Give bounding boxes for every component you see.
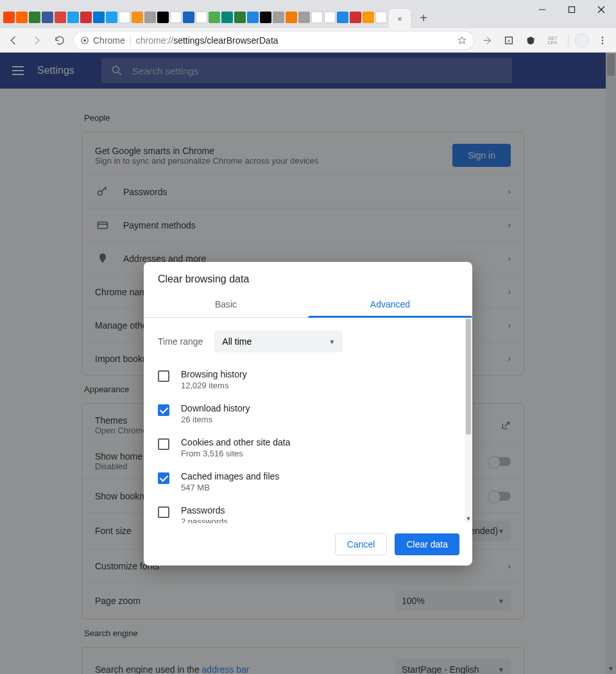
browser-toolbar: Chrome chrome://settings/clearBrowserDat… xyxy=(0,28,616,53)
tab-favicon[interactable] xyxy=(286,12,297,23)
select-value: All time xyxy=(222,336,252,347)
forward-button[interactable] xyxy=(27,31,46,50)
tab-favicon[interactable] xyxy=(157,12,169,23)
cancel-button[interactable]: Cancel xyxy=(335,533,388,555)
bookmark-star-icon[interactable] xyxy=(457,35,467,46)
back-button[interactable] xyxy=(4,31,23,50)
tab-favicon[interactable] xyxy=(350,12,361,23)
svg-point-10 xyxy=(602,42,604,44)
window-titlebar: × + xyxy=(0,0,616,28)
time-range-select[interactable]: All time ▼ xyxy=(214,331,343,352)
chrome-menu-button[interactable] xyxy=(593,31,612,50)
clear-data-dialog: Clear browsing data Basic Advanced Time … xyxy=(144,262,472,566)
extension-icon[interactable]: x xyxy=(500,31,518,49)
tab-favicon[interactable] xyxy=(234,12,246,23)
checkbox[interactable] xyxy=(158,404,169,416)
option-sub: From 3,516 sites xyxy=(181,449,290,458)
tab-favicon[interactable] xyxy=(209,12,220,23)
clear-option[interactable]: Cookies and other site dataFrom 3,516 si… xyxy=(158,431,472,465)
tab-favicon[interactable] xyxy=(119,12,130,23)
dialog-title: Clear browsing data xyxy=(144,262,472,291)
tab-favicon[interactable] xyxy=(170,12,182,23)
tab-favicon[interactable] xyxy=(3,12,15,23)
tab-basic[interactable]: Basic xyxy=(144,291,308,317)
tab-favicon[interactable] xyxy=(67,12,79,23)
close-window-button[interactable] xyxy=(586,0,616,19)
tab-favicon[interactable] xyxy=(298,12,310,23)
svg-point-8 xyxy=(602,37,604,39)
tab-favicon[interactable] xyxy=(247,12,259,23)
maximize-button[interactable] xyxy=(557,0,586,19)
tab-favicon[interactable] xyxy=(363,12,374,23)
new-tab-button[interactable]: + xyxy=(415,9,432,27)
toolbar-separator xyxy=(568,33,569,48)
tab-favicon[interactable] xyxy=(132,12,143,23)
tab-favicon[interactable] xyxy=(324,12,336,23)
chrome-icon xyxy=(80,36,89,45)
extension-getcrx[interactable]: GET CRX xyxy=(543,31,561,49)
tab-advanced[interactable]: Advanced xyxy=(308,291,472,317)
dialog-actions: Cancel Clear data xyxy=(144,523,472,566)
tab-favicon[interactable] xyxy=(375,12,387,23)
scroll-thumb[interactable] xyxy=(466,319,471,435)
option-sub: 12,029 items xyxy=(181,381,247,390)
tab-favicon[interactable] xyxy=(29,12,40,23)
tab-favicon[interactable] xyxy=(221,12,233,23)
tab-favicon[interactable] xyxy=(273,12,284,23)
option-sub: 26 items xyxy=(181,415,250,424)
svg-point-9 xyxy=(602,39,604,41)
profile-avatar[interactable] xyxy=(575,33,589,48)
clear-option[interactable]: Passwords2 passwords xyxy=(158,499,472,523)
tab-favicon[interactable] xyxy=(106,12,117,23)
window-controls xyxy=(527,0,616,28)
time-range-row: Time range All time ▼ xyxy=(158,327,472,363)
tab-strip: × + xyxy=(0,0,527,28)
svg-point-5 xyxy=(83,39,86,41)
url-text: chrome://settings/clearBrowserData xyxy=(136,35,278,46)
clear-option[interactable]: Cached images and files547 MB xyxy=(158,465,472,499)
extension-icon[interactable] xyxy=(478,31,496,49)
option-title: Cached images and files xyxy=(181,471,279,481)
active-tab[interactable]: × xyxy=(389,9,411,28)
checkbox[interactable] xyxy=(158,370,169,382)
checkbox[interactable] xyxy=(158,472,169,484)
extension-icon[interactable] xyxy=(522,31,540,49)
option-sub: 2 passwords xyxy=(181,517,228,523)
clear-data-button[interactable]: Clear data xyxy=(395,533,459,555)
dialog-body: Time range All time ▼ Browsing history12… xyxy=(144,318,472,523)
reload-button[interactable] xyxy=(50,31,69,50)
site-chip-label: Chrome xyxy=(93,35,125,46)
option-title: Browsing history xyxy=(181,369,247,379)
checkbox[interactable] xyxy=(158,506,169,518)
minimize-button[interactable] xyxy=(527,0,557,19)
close-tab-icon[interactable]: × xyxy=(397,14,402,24)
chip-separator xyxy=(130,35,131,46)
tab-favicon[interactable] xyxy=(55,12,66,23)
caret-down-icon: ▼ xyxy=(329,338,335,345)
dialog-scrollbar[interactable]: ▼ xyxy=(465,318,472,523)
scroll-down-arrow[interactable]: ▼ xyxy=(465,515,472,522)
dialog-tabs: Basic Advanced xyxy=(144,291,472,318)
checkbox[interactable] xyxy=(158,438,169,450)
tab-favicon[interactable] xyxy=(183,12,194,23)
tab-favicon[interactable] xyxy=(80,12,92,23)
option-title: Cookies and other site data xyxy=(181,437,290,447)
clear-option[interactable]: Browsing history12,029 items xyxy=(158,363,472,397)
tab-favicon[interactable] xyxy=(16,12,28,23)
tab-favicon[interactable] xyxy=(144,12,156,23)
tab-favicon[interactable] xyxy=(311,12,323,23)
address-bar[interactable]: Chrome chrome://settings/clearBrowserDat… xyxy=(73,31,474,50)
tab-favicon[interactable] xyxy=(93,12,105,23)
svg-rect-1 xyxy=(569,7,575,13)
tab-favicon[interactable] xyxy=(337,12,348,23)
option-title: Passwords xyxy=(181,505,228,515)
option-sub: 547 MB xyxy=(181,483,279,492)
option-title: Download history xyxy=(181,403,250,413)
svg-text:x: x xyxy=(508,37,510,43)
clear-option[interactable]: Download history26 items xyxy=(158,397,472,431)
tab-favicon[interactable] xyxy=(196,12,207,23)
tab-favicon[interactable] xyxy=(260,12,271,23)
site-chip: Chrome xyxy=(80,35,125,46)
page-viewport: Settings People Get Google smarts in Chr… xyxy=(0,53,616,674)
tab-favicon[interactable] xyxy=(42,12,53,23)
